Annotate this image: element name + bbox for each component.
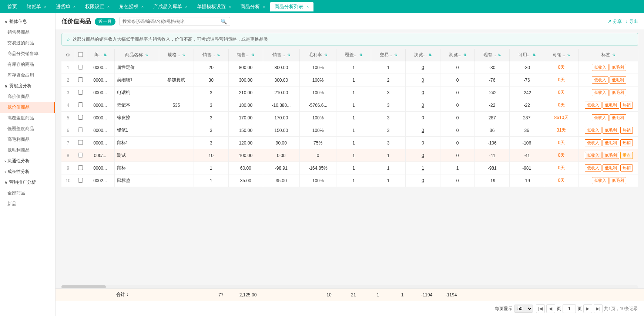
- views1-value[interactable]: 0: [422, 128, 424, 133]
- sidebar-item-new-goods[interactable]: 新品: [0, 198, 55, 209]
- views1-value[interactable]: 0: [422, 65, 424, 70]
- row-checkbox[interactable]: [78, 153, 83, 157]
- sort-icon[interactable]: ⇅: [217, 53, 220, 57]
- sidebar-item-traded-goods[interactable]: 交易过的商品: [0, 38, 55, 48]
- sidebar-group-liquidity[interactable]: › 流通性分析: [0, 156, 55, 166]
- checkbox-cell[interactable]: [75, 86, 86, 99]
- sidebar-item-low-coverage[interactable]: 低覆盖度商品: [0, 123, 55, 134]
- sidebar-item-category-sales[interactable]: 商品分类销售率: [0, 48, 55, 59]
- checkbox-cell[interactable]: [75, 61, 86, 74]
- nav-purchase[interactable]: 进货单 ×: [51, 2, 80, 11]
- views1-value[interactable]: 0: [422, 78, 424, 83]
- close-icon[interactable]: ×: [263, 4, 265, 9]
- share-button[interactable]: ↗ 分享: [608, 18, 622, 25]
- settings-cell: 10: [61, 174, 75, 187]
- close-icon[interactable]: ×: [306, 4, 309, 9]
- checkbox-cell[interactable]: [75, 149, 86, 162]
- row-checkbox[interactable]: [78, 77, 83, 82]
- checkbox-cell[interactable]: [75, 124, 86, 137]
- views1-value[interactable]: 1: [422, 166, 424, 171]
- search-icon[interactable]: 🔍: [221, 18, 227, 24]
- row-checkbox[interactable]: [78, 178, 83, 183]
- settings-col-header[interactable]: ⚙: [61, 49, 75, 61]
- views1-value[interactable]: 0: [422, 115, 424, 120]
- sidebar-group-marketing[interactable]: ∨ 营销推广分析: [0, 177, 55, 188]
- page-input[interactable]: [563, 304, 576, 313]
- views1-value[interactable]: 0: [422, 140, 424, 146]
- checkbox-cell[interactable]: [75, 74, 86, 86]
- scrollbar-thumb[interactable]: [61, 285, 106, 288]
- nav-home[interactable]: 首页: [3, 2, 21, 11]
- sidebar-group-growth[interactable]: › 成长性分析: [0, 166, 55, 177]
- sort-icon[interactable]: ⇅: [567, 53, 570, 57]
- nav-template[interactable]: 单据模板设置 ×: [192, 2, 235, 11]
- sort-icon[interactable]: ⇅: [463, 53, 466, 57]
- row-checkbox[interactable]: [78, 128, 83, 132]
- nav-role[interactable]: 角色授权 ×: [115, 2, 148, 11]
- nav-permission[interactable]: 权限设置 ×: [81, 2, 114, 11]
- row-checkbox[interactable]: [78, 140, 83, 145]
- nav-stock-in[interactable]: 产成品入库单 ×: [149, 2, 192, 11]
- sort-icon[interactable]: ⇅: [182, 53, 185, 57]
- horizontal-scrollbar[interactable]: [61, 285, 638, 288]
- next-page-button[interactable]: ▶: [583, 304, 592, 313]
- sidebar-item-low-value[interactable]: 低价值商品: [0, 102, 55, 113]
- close-icon[interactable]: ×: [141, 4, 144, 9]
- views1-value[interactable]: 0: [422, 103, 424, 108]
- nav-analysis[interactable]: 商品分析 ×: [236, 2, 269, 11]
- checkbox-cell[interactable]: [75, 99, 86, 112]
- gear-icon[interactable]: ⚙: [66, 52, 70, 58]
- sidebar-group-contribution[interactable]: ∨ 贡献度分析: [0, 81, 55, 91]
- sort-icon[interactable]: ⇅: [145, 53, 148, 57]
- sidebar-item-all-goods[interactable]: 全部商品: [0, 188, 55, 198]
- row-checkbox[interactable]: [78, 165, 83, 170]
- export-button[interactable]: ↓ 导出: [625, 18, 638, 25]
- close-icon[interactable]: ×: [73, 4, 76, 9]
- sidebar-item-stock-funds[interactable]: 库存资金占用: [0, 70, 55, 81]
- last-page-button[interactable]: ▶|: [594, 304, 603, 313]
- days-badge: 0天: [558, 178, 565, 183]
- select-all-checkbox[interactable]: [78, 52, 83, 57]
- close-icon[interactable]: ×: [185, 4, 187, 9]
- filter-tag-month[interactable]: 近一月: [95, 18, 115, 26]
- search-box[interactable]: 🔍: [119, 17, 230, 26]
- row-checkbox[interactable]: [78, 90, 83, 95]
- close-icon[interactable]: ×: [229, 4, 231, 9]
- checkbox-cell[interactable]: [75, 112, 86, 124]
- sort-icon[interactable]: ⇅: [287, 53, 290, 57]
- search-input[interactable]: [123, 19, 219, 24]
- sidebar-item-high-value[interactable]: 高价值商品: [0, 91, 55, 102]
- close-icon[interactable]: ×: [107, 4, 110, 9]
- sort-icon[interactable]: ⇅: [324, 53, 327, 57]
- sort-icon[interactable]: ⇅: [612, 53, 615, 57]
- sidebar-item-sales-goods[interactable]: 销售类商品: [0, 27, 55, 38]
- views1-value[interactable]: 0: [422, 178, 424, 183]
- checkbox-col-header[interactable]: [75, 49, 86, 61]
- nav-analysis-list[interactable]: 商品分析列表 ×: [270, 2, 313, 11]
- sidebar-item-low-profit[interactable]: 低毛利商品: [0, 145, 55, 156]
- first-page-button[interactable]: |◀: [536, 304, 545, 313]
- sidebar-item-high-coverage[interactable]: 高覆盖度商品: [0, 113, 55, 123]
- sort-icon[interactable]: ⇅: [429, 53, 432, 57]
- checkbox-cell[interactable]: [75, 162, 86, 174]
- page-size-dropdown[interactable]: 50 100: [514, 305, 533, 313]
- sidebar-group-overall[interactable]: ∨ 整体信息: [0, 16, 55, 27]
- sort-icon[interactable]: ⇅: [104, 53, 107, 57]
- views1-value[interactable]: 0: [422, 90, 424, 95]
- sort-icon[interactable]: ⇅: [498, 53, 501, 57]
- close-icon[interactable]: ×: [44, 4, 46, 9]
- sort-icon[interactable]: ⇅: [359, 53, 362, 57]
- checkbox-cell[interactable]: [75, 174, 86, 187]
- row-checkbox[interactable]: [78, 65, 83, 69]
- sort-icon[interactable]: ⇅: [394, 53, 397, 57]
- sidebar-item-stock-goods[interactable]: 有库存的商品: [0, 59, 55, 70]
- nav-sales[interactable]: 销货单 ×: [22, 2, 51, 11]
- prev-page-button[interactable]: ◀: [546, 304, 555, 313]
- row-checkbox[interactable]: [78, 102, 83, 107]
- sidebar-item-high-profit[interactable]: 高毛利商品: [0, 134, 55, 145]
- sort-icon[interactable]: ⇅: [533, 53, 536, 57]
- row-checkbox[interactable]: [78, 115, 83, 120]
- checkbox-cell[interactable]: [75, 137, 86, 149]
- views1-value[interactable]: 0: [422, 153, 424, 158]
- sort-icon[interactable]: ⇅: [251, 53, 254, 57]
